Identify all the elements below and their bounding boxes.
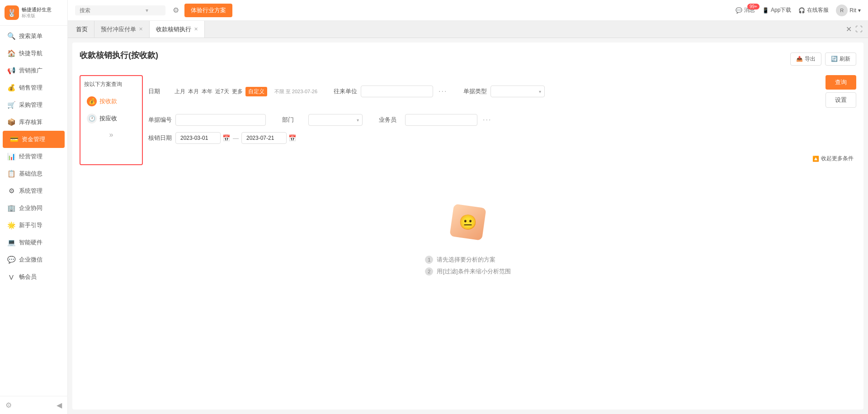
tab-bar: 首页 预付冲应付单 ✕ 收款核销执行 ✕ ✕ ⛶: [68, 21, 868, 38]
system-label: 系统管理: [19, 187, 42, 195]
wechat-icon: 💬: [7, 256, 15, 264]
refresh-button[interactable]: 🔄 刷新: [825, 52, 856, 66]
settings-button[interactable]: 设置: [826, 92, 856, 108]
sidebar-item-enterprise[interactable]: 🏢 企业协同: [0, 200, 67, 217]
logo-text-block: 畅捷通好生意 标准版: [22, 6, 52, 19]
tab-home[interactable]: 首页: [70, 21, 94, 38]
gear-icon[interactable]: ⚙: [173, 6, 179, 14]
export-button[interactable]: 📤 导出: [790, 52, 821, 66]
inventory-icon: 📦: [7, 118, 15, 126]
app-download-button[interactable]: 📱 App下载: [762, 6, 791, 14]
export-icon: 📤: [796, 56, 803, 62]
verify-date-start-input[interactable]: [175, 132, 221, 144]
sidebar-item-search[interactable]: 🔍 搜索菜单: [0, 28, 67, 45]
message-button[interactable]: 💬 消息 99+: [736, 6, 755, 14]
shortcut-last-7[interactable]: 近7天: [215, 88, 229, 95]
hint-text-2: 用[过滤]条件来缩小分析范围: [437, 267, 510, 276]
sidebar-item-basic-info[interactable]: 📋 基础信息: [0, 165, 67, 182]
counterpart-input[interactable]: [361, 86, 433, 97]
tab-receivable[interactable]: 收款核销执行 ✕: [150, 21, 205, 38]
filter-option-receivable-label: 按应收: [99, 114, 117, 123]
quick-nav-icon: 🏠: [7, 49, 15, 57]
filter-option-by-receipt[interactable]: 💰 按收款: [84, 93, 138, 110]
sidebar-item-operations[interactable]: 📊 经营管理: [0, 148, 67, 165]
sidebar-item-guide[interactable]: 🌟 新手引导: [0, 217, 67, 234]
filter-row-2: 单据编号 部门 业务员: [148, 114, 856, 126]
finance-icon: 💳: [10, 135, 18, 143]
shortcut-this-month[interactable]: 本月: [188, 88, 199, 95]
sidebar-item-hardware[interactable]: 💻 智能硬件: [0, 234, 67, 251]
app-icon: 📱: [762, 7, 769, 14]
tab-prepay[interactable]: 预付冲应付单 ✕: [94, 21, 150, 38]
sidebar-bottom: ⚙ ◀: [0, 396, 67, 414]
salesperson-input[interactable]: [405, 114, 477, 126]
doc-type-label: 单据类型: [463, 87, 487, 95]
hardware-icon: 💻: [7, 238, 15, 247]
finance-label: 资金管理: [22, 135, 45, 143]
hint-num-1: 1: [425, 256, 433, 264]
sidebar-collapse-btn[interactable]: »: [84, 131, 138, 139]
shortcut-last-month[interactable]: 上月: [175, 88, 185, 95]
guide-label: 新手引导: [19, 221, 42, 229]
date-separator: —: [233, 135, 239, 142]
verify-date-field: 核销日期 📅 — 📅: [148, 132, 296, 144]
online-service-button[interactable]: 🎧 在线客服: [798, 6, 829, 14]
shortcut-custom[interactable]: 自定义: [245, 87, 267, 96]
tab-close-all-icon[interactable]: ✕: [846, 25, 852, 33]
doc-no-input[interactable]: [175, 114, 266, 126]
sales-icon: 💰: [7, 84, 15, 92]
sidebar-item-quick-nav[interactable]: 🏠 快捷导航: [0, 45, 67, 62]
search-dropdown-icon[interactable]: ▾: [146, 7, 148, 14]
empty-hint-1: 1 请先选择要分析的方案: [425, 256, 510, 264]
shortcut-this-year[interactable]: 本年: [202, 88, 212, 95]
sidebar-item-system[interactable]: ⚙ 系统管理: [0, 182, 67, 200]
search-input[interactable]: [80, 7, 143, 14]
filter-row-1: 日期 上月 本月 本年 近7天 更多 自定义 不限 至 2023-07-26: [148, 75, 856, 108]
date-label: 日期: [148, 87, 171, 95]
tab-receivable-close[interactable]: ✕: [194, 26, 198, 32]
sidebar-item-marketing[interactable]: 📢 营销推广: [0, 62, 67, 79]
empty-icon: 😐: [445, 201, 491, 247]
user-name: Rit: [849, 7, 856, 14]
hint-num-2: 2: [425, 267, 433, 276]
verify-date-end-cal-icon[interactable]: 📅: [288, 134, 296, 142]
department-select[interactable]: [308, 114, 363, 126]
hint-text-1: 请先选择要分析的方案: [437, 256, 495, 264]
counterpart-dots-icon[interactable]: ···: [439, 87, 447, 95]
counterpart-label: 往来单位: [334, 87, 357, 95]
solution-button[interactable]: 体验行业方案: [184, 4, 232, 17]
filter-layout: 按以下方案查询 💰 按收款 🕐 按应收 »: [80, 75, 856, 165]
tab-home-label: 首页: [76, 25, 88, 33]
filter-option-receivable-icon: 🕐: [87, 114, 97, 124]
message-badge: 99+: [747, 4, 760, 10]
filter-form: 日期 上月 本月 本年 近7天 更多 自定义 不限 至 2023-07-26: [148, 75, 856, 165]
system-icon: ⚙: [7, 187, 15, 195]
empty-state: 😐 1 请先选择要分析的方案 2 用[过滤]条件来缩小分析范围: [80, 165, 856, 312]
member-label: 畅会员: [19, 273, 37, 281]
member-icon: V: [7, 273, 15, 281]
settings-icon[interactable]: ⚙: [5, 401, 12, 409]
date-no-limit: 不限 至 2023-07-26: [274, 89, 317, 94]
user-menu[interactable]: R Rit ▾: [836, 5, 861, 16]
collapse-more-wrap: 🔼 收起更多条件: [148, 150, 856, 165]
collapse-more-btn[interactable]: 🔼 收起更多条件: [810, 152, 856, 165]
sidebar-item-inventory[interactable]: 📦 库存核算: [0, 114, 67, 131]
page-content: 收款核销执行(按收款) 📤 导出 🔄 刷新 按以下方案查询: [72, 43, 863, 409]
verify-date-start-cal-icon[interactable]: 📅: [222, 134, 230, 142]
sidebar-item-finance[interactable]: 💳 资金管理: [3, 131, 65, 148]
query-button[interactable]: 查询: [826, 75, 856, 90]
verify-date-end-input[interactable]: [241, 132, 287, 144]
collapse-icon[interactable]: ◀: [57, 401, 62, 409]
filter-sidebar: 按以下方案查询 💰 按收款 🕐 按应收 »: [80, 75, 143, 165]
tab-fullscreen-icon[interactable]: ⛶: [855, 25, 863, 33]
salesperson-dots-icon[interactable]: ···: [483, 116, 491, 124]
sidebar-item-wechat[interactable]: 💬 企业微信: [0, 251, 67, 268]
shortcut-more[interactable]: 更多: [232, 88, 243, 95]
sidebar-item-purchase[interactable]: 🛒 采购管理: [0, 96, 67, 114]
filter-option-by-receivable[interactable]: 🕐 按应收: [84, 110, 138, 127]
tab-prepay-close[interactable]: ✕: [139, 26, 143, 32]
sidebar-item-sales[interactable]: 💰 销售管理: [0, 79, 67, 96]
doc-type-select[interactable]: [491, 86, 545, 97]
refresh-icon: 🔄: [831, 56, 838, 62]
sidebar-item-member[interactable]: V 畅会员: [0, 268, 67, 286]
